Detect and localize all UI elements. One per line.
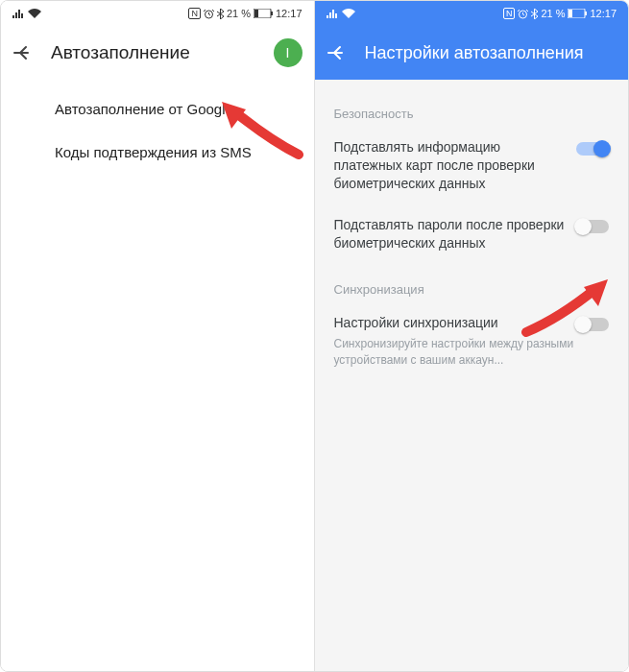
toggle-password-biometric[interactable] xyxy=(576,220,609,233)
signal-icon xyxy=(12,9,24,18)
list-item-google-autofill[interactable]: Автозаполнение от Google xyxy=(1,87,314,131)
header: Автозаполнение I xyxy=(1,26,314,80)
svg-rect-6 xyxy=(569,10,572,17)
setting-sync[interactable]: Настройки синхронизации xyxy=(315,304,629,336)
avatar-letter: I xyxy=(286,45,290,60)
section-label-sync: Синхронизация xyxy=(315,265,629,304)
autofill-list: Автозаполнение от Google Коды подтвержде… xyxy=(1,80,314,174)
list-item-label: Автозаполнение от Google xyxy=(55,101,233,117)
battery-icon xyxy=(568,9,587,18)
screen-autofill-settings: N 21 % 12:17 Настройки автозаполнения Бе… xyxy=(315,1,629,671)
battery-pct: 21 % xyxy=(227,8,251,19)
section-label-security: Безопасность xyxy=(315,89,629,129)
settings-content: Безопасность Подставлять информацию плат… xyxy=(315,80,629,671)
toggle-sync[interactable] xyxy=(576,318,609,331)
setting-payment-biometric[interactable]: Подставлять информацию платежных карт по… xyxy=(315,129,629,206)
bluetooth-icon xyxy=(531,9,538,19)
svg-rect-3 xyxy=(271,12,273,15)
status-time: 12:17 xyxy=(590,8,617,19)
toggle-payment-biometric[interactable] xyxy=(576,142,609,156)
setting-password-biometric[interactable]: Подставлять пароли после проверки биомет… xyxy=(315,206,629,266)
setting-label: Настройки синхронизации xyxy=(334,314,566,332)
battery-icon xyxy=(254,9,273,18)
alarm-icon xyxy=(518,9,528,19)
back-button[interactable] xyxy=(12,43,32,62)
page-title: Автозаполнение xyxy=(51,42,254,63)
setting-sync-desc: Синхронизируйте настройки между разными … xyxy=(315,336,629,372)
page-title: Настройки автозаполнения xyxy=(365,43,617,63)
header: Настройки автозаполнения xyxy=(315,26,629,80)
screen-autofill: N 21 % 12:17 Автозаполнение I Автозаполн… xyxy=(1,1,315,671)
svg-rect-7 xyxy=(585,12,587,15)
signal-icon xyxy=(327,9,338,18)
status-bar: N 21 % 12:17 xyxy=(1,1,314,26)
list-item-label: Коды подтверждения из SMS xyxy=(55,144,252,160)
nfc-icon: N xyxy=(188,8,201,19)
alarm-icon xyxy=(204,9,214,19)
avatar[interactable]: I xyxy=(274,38,302,67)
battery-pct: 21 % xyxy=(541,8,565,19)
bluetooth-icon xyxy=(217,9,224,19)
setting-label: Подставлять информацию платежных карт по… xyxy=(334,138,566,193)
list-item-sms-codes[interactable]: Коды подтверждения из SMS xyxy=(1,131,314,174)
back-button[interactable] xyxy=(327,43,346,62)
svg-rect-2 xyxy=(254,10,258,17)
status-bar: N 21 % 12:17 xyxy=(315,1,629,26)
status-time: 12:17 xyxy=(276,8,302,19)
wifi-icon xyxy=(342,9,355,18)
nfc-icon: N xyxy=(503,8,516,19)
setting-label: Подставлять пароли после проверки биомет… xyxy=(334,216,566,252)
wifi-icon xyxy=(28,9,41,18)
